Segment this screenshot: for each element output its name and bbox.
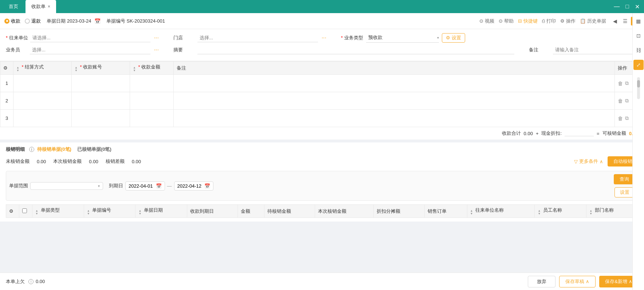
shop-input[interactable] bbox=[197, 34, 318, 42]
table-row: 1 🗑 ⧉ bbox=[0, 75, 644, 92]
video-action[interactable]: ⊙ 视频 bbox=[479, 18, 494, 24]
shop-more-icon[interactable]: ··· bbox=[322, 35, 326, 41]
range-select[interactable]: ▾ bbox=[30, 182, 103, 190]
bottom-th-order: 销售订单 bbox=[424, 205, 467, 218]
number-value[interactable]: SK-20230324-001 bbox=[127, 18, 165, 24]
history-action[interactable]: 📋 历史单据 bbox=[580, 18, 606, 24]
check-all[interactable] bbox=[22, 208, 27, 213]
abandon-button[interactable]: 放弃 bbox=[528, 276, 555, 287]
operate-action[interactable]: ⚙ 操作 bbox=[560, 18, 576, 24]
delete-icon-2[interactable]: 🗑 bbox=[618, 98, 623, 104]
save-label: 保存&新增 bbox=[605, 278, 627, 285]
filter-settings-button[interactable]: 设置 bbox=[614, 187, 635, 197]
avail-label: 可核销金额 bbox=[602, 130, 626, 137]
row-account-1[interactable] bbox=[72, 75, 130, 92]
view-prev-icon[interactable]: ◀ bbox=[610, 17, 619, 26]
date-to-value: 2022-04-12 bbox=[177, 183, 202, 189]
radio-receive[interactable]: 收款 bbox=[4, 18, 20, 24]
row-account-2[interactable] bbox=[72, 92, 130, 110]
total-label: 收款合计 bbox=[502, 130, 521, 137]
shortcut-label: 快捷键 bbox=[523, 18, 538, 24]
writeoff-info-icon[interactable]: i bbox=[29, 147, 34, 152]
date-value[interactable]: 2023-03-24 bbox=[67, 18, 91, 24]
partner-more-icon[interactable]: ··· bbox=[154, 35, 159, 41]
radio-receive-dot bbox=[4, 19, 9, 24]
print-icon: ⎙ bbox=[542, 18, 545, 24]
bottom-th-settings[interactable]: ⚙ bbox=[6, 205, 19, 218]
tab-pending[interactable]: 待核销单据(0笔) bbox=[37, 146, 71, 153]
more-conditions-label: 更多条件 bbox=[579, 158, 598, 165]
partner-input[interactable] bbox=[30, 34, 150, 42]
calendar-icon[interactable]: 📅 bbox=[94, 18, 101, 24]
summary-input[interactable] bbox=[197, 46, 514, 54]
window-close-icon[interactable]: ✕ bbox=[633, 3, 641, 11]
th-settle: ▲▼ 结算方式 bbox=[13, 62, 72, 75]
biz-type-field: 业务类型 预收款 ▾ ⚙ 设置 bbox=[341, 33, 465, 43]
copy-icon-1[interactable]: ⧉ bbox=[625, 80, 629, 86]
row-amount-3[interactable] bbox=[130, 110, 174, 127]
row-remark-3[interactable] bbox=[174, 110, 615, 127]
balance-info-icon[interactable]: i bbox=[28, 279, 34, 284]
settle-sort-icon: ▲▼ bbox=[16, 66, 19, 72]
window-restore-icon[interactable]: □ bbox=[624, 3, 631, 11]
more-conditions-btn[interactable]: ▽ 更多条件 ∧ bbox=[574, 158, 603, 165]
salesman-input[interactable] bbox=[30, 46, 150, 54]
th-settings[interactable]: ⚙ bbox=[0, 62, 13, 75]
range-chevron-icon: ▾ bbox=[98, 184, 100, 188]
row-remark-1[interactable] bbox=[174, 75, 615, 92]
shop-field: 门店 ··· bbox=[173, 34, 326, 42]
dept-sort-icon: ▲▼ bbox=[589, 209, 592, 215]
row-settle-3[interactable] bbox=[13, 110, 72, 127]
radio-refund[interactable]: 退款 bbox=[25, 18, 41, 24]
row-account-3[interactable] bbox=[72, 110, 130, 127]
discount-input[interactable] bbox=[565, 130, 594, 136]
settings-button[interactable]: ⚙ 设置 bbox=[442, 33, 465, 43]
right-sidebar: ▦ ⊡ ⛓ ⤢ bbox=[632, 13, 644, 290]
tab-close-icon[interactable]: × bbox=[48, 4, 50, 9]
sidebar-scrollbar[interactable] bbox=[637, 77, 640, 99]
sidebar-link-icon[interactable]: ⛓ bbox=[633, 45, 644, 55]
sidebar-expand-icon[interactable]: ⤢ bbox=[633, 60, 644, 70]
sidebar-image-icon[interactable]: ⊡ bbox=[633, 31, 644, 41]
table-row: 2 🗑 ⧉ bbox=[0, 92, 644, 110]
shortcut-icon: ⊟ bbox=[518, 18, 522, 24]
biz-type-select-wrap[interactable]: 预收款 ▾ bbox=[366, 33, 439, 43]
salesman-more-icon[interactable]: ··· bbox=[154, 47, 159, 53]
date-to-wrap[interactable]: 2022-04-12 📅 bbox=[174, 181, 214, 191]
writeoff-title-text: 核销明细 bbox=[6, 146, 25, 153]
date-from-value: 2022-04-01 bbox=[129, 183, 153, 189]
tab-home[interactable]: 首页 bbox=[3, 0, 24, 13]
copy-icon-3[interactable]: ⧉ bbox=[625, 115, 629, 121]
print-action[interactable]: ⎙ 打印 bbox=[542, 18, 556, 24]
draft-button[interactable]: 保存草稿 ∧ bbox=[559, 276, 596, 287]
sidebar-table-icon[interactable]: ▦ bbox=[633, 16, 644, 26]
row-remark-2[interactable] bbox=[174, 92, 615, 110]
row-settle-2[interactable] bbox=[13, 92, 72, 110]
row-amount-2[interactable] bbox=[130, 92, 174, 110]
bottom-th-check[interactable] bbox=[19, 205, 32, 218]
balance-label: 本单上欠 bbox=[6, 278, 25, 285]
date-from-wrap[interactable]: 2022-04-01 📅 bbox=[125, 181, 165, 191]
query-button[interactable]: 查询 bbox=[614, 174, 635, 184]
employee-sort-icon: ▲▼ bbox=[538, 209, 541, 215]
tab-bar-right: — □ ✕ bbox=[612, 3, 641, 11]
delete-icon-3[interactable]: 🗑 bbox=[618, 115, 623, 121]
delete-icon-1[interactable]: 🗑 bbox=[618, 81, 623, 86]
help-action[interactable]: ⊙ 帮助 bbox=[499, 18, 514, 24]
equals-sign: = bbox=[597, 131, 600, 136]
shortcut-action[interactable]: ⊟ 快捷键 bbox=[518, 18, 538, 24]
range-field: 单据范围 ▾ bbox=[9, 182, 103, 190]
row-amount-1[interactable] bbox=[130, 75, 174, 92]
copy-icon-2[interactable]: ⧉ bbox=[625, 98, 629, 104]
filter-right: 查询 设置 bbox=[614, 174, 635, 197]
window-minimize-icon[interactable]: — bbox=[612, 3, 621, 11]
writeoff-section: 核销明细 i 待核销单据(0笔) 已核销单据(0笔) 未核销金额 0.00 本次… bbox=[0, 142, 644, 222]
radio-receive-label: 收款 bbox=[11, 18, 20, 24]
th-account: ▲▼ 收款账号 bbox=[72, 62, 130, 75]
tab-active[interactable]: 收款单 × bbox=[25, 0, 56, 13]
tab-done[interactable]: 已核销单据(0笔) bbox=[77, 146, 111, 153]
bottom-th-amount: 金额 bbox=[238, 205, 264, 218]
row-settle-1[interactable] bbox=[13, 75, 72, 92]
view-list-icon[interactable]: ☰ bbox=[621, 17, 629, 26]
remark-input[interactable] bbox=[553, 46, 638, 54]
